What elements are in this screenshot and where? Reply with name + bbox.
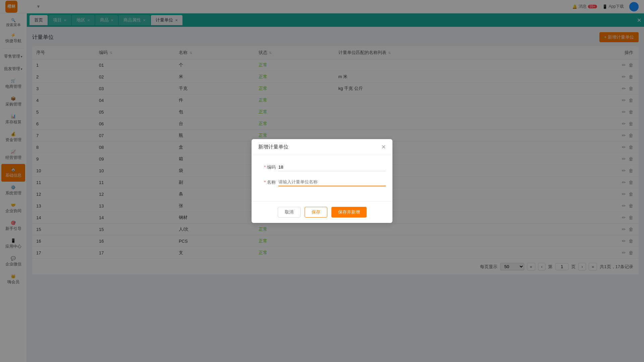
add-unit-modal: 新增计量单位 ✕ * 编码 * 名称 取消 保存 保存并新增	[252, 139, 392, 223]
modal-close-button[interactable]: ✕	[381, 144, 386, 150]
required-star: *	[264, 180, 266, 185]
required-star: *	[264, 165, 266, 170]
form-row-code: * 编码	[258, 163, 386, 171]
modal-footer: 取消 保存 保存并新增	[252, 201, 392, 223]
name-input[interactable]	[278, 178, 386, 186]
modal-title: 新增计量单位	[258, 144, 288, 150]
form-row-name: * 名称	[258, 178, 386, 186]
save-and-new-button[interactable]: 保存并新增	[331, 207, 367, 218]
name-label: * 名称	[258, 179, 278, 185]
cancel-button[interactable]: 取消	[278, 207, 301, 218]
modal-body: * 编码 * 名称	[252, 155, 392, 201]
save-button[interactable]: 保存	[305, 207, 327, 218]
code-label: * 编码	[258, 164, 278, 170]
code-input[interactable]	[278, 163, 386, 171]
modal-overlay: 新增计量单位 ✕ * 编码 * 名称 取消 保存 保存并新增	[0, 0, 644, 362]
modal-header: 新增计量单位 ✕	[252, 139, 392, 155]
